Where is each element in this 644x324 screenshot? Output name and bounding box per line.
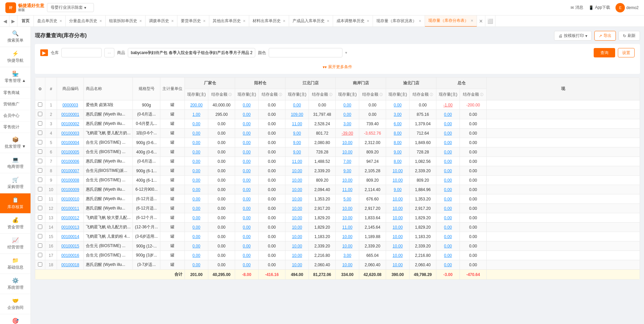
cell-yubei-qty[interactable]: 0.00 — [386, 100, 410, 110]
tab-调拨单历史[interactable]: 调拨单历史 ✕ — [146, 15, 177, 27]
cell-nanan-qty[interactable]: 3.00 — [336, 251, 359, 260]
cell-check[interactable] — [35, 241, 45, 251]
cell-code[interactable]: 00100012 — [57, 213, 84, 223]
cell-jiangbei-qty[interactable]: 109.00 — [285, 110, 309, 119]
cell-jiangbei-qty[interactable]: 10.00 — [285, 213, 309, 223]
cell-code[interactable]: 00100001 — [57, 110, 84, 119]
cell-mucun-qty[interactable]: 0.00 — [235, 251, 259, 260]
cell-yubei-qty[interactable]: 10.00 — [386, 176, 410, 185]
tab-组装拆卸单历史[interactable]: 组装拆卸单历史 ✕ — [106, 15, 146, 27]
cell-check[interactable] — [35, 251, 45, 260]
cell-factory-qty[interactable]: 0.00 — [185, 204, 208, 213]
cell-mucun-qty[interactable]: 0.00 — [235, 100, 259, 110]
cell-code[interactable]: 00100014 — [57, 232, 84, 241]
expand-conditions-btn[interactable]: ▾▾ 展开更多条件 — [323, 64, 352, 70]
tab-nav-prev[interactable]: ◀ — [1, 15, 9, 27]
cell-mucun-qty[interactable]: 0.00 — [235, 110, 259, 119]
cell-total-qty[interactable]: 0.00 — [436, 176, 460, 185]
cell-nanan-qty[interactable]: 10.00 — [336, 213, 359, 223]
cell-mucun-qty[interactable]: 0.00 — [235, 166, 259, 176]
sidebar-item-purchase[interactable]: 🛒 采购管理 — [0, 173, 31, 193]
sidebar-item-system[interactable]: ⚙️ 系统管理 — [0, 274, 31, 294]
cell-nanan-qty[interactable]: 3.00 — [336, 119, 359, 129]
cell-nanan-qty[interactable]: 0.00 — [336, 100, 359, 110]
cell-factory-qty[interactable]: 0.00 — [185, 157, 208, 166]
cell-code[interactable]: 00100010 — [57, 194, 84, 204]
cell-nanan-qty[interactable]: 11.00 — [336, 185, 359, 194]
cell-check[interactable] — [35, 260, 45, 270]
cell-check[interactable] — [35, 166, 45, 176]
cell-factory-qty[interactable]: 0.00 — [185, 138, 208, 147]
tab-要货单历史[interactable]: 要货单历史 ✕ — [177, 15, 209, 27]
cell-total-qty[interactable]: 0.00 — [436, 166, 460, 176]
industry-select[interactable]: 母婴行业演示陈套 ▾ — [47, 3, 94, 12]
cell-jiangbei-qty[interactable]: 10.00 — [285, 223, 309, 232]
cell-yubei-qty[interactable]: 9.00 — [386, 185, 410, 194]
cell-jiangbei-qty[interactable]: 10.00 — [285, 232, 309, 241]
cell-yubei-qty[interactable]: 3.00 — [386, 110, 410, 119]
sidebar-item-wholesale[interactable]: 📦 批发管理 ▼ — [0, 133, 31, 153]
cell-jiangbei-qty[interactable]: 11.00 — [285, 119, 309, 129]
cell-total-qty[interactable]: 0.00 — [436, 110, 460, 119]
cell-total-qty[interactable]: 0.00 — [436, 157, 460, 166]
cell-total-qty[interactable]: 0.00 — [436, 260, 460, 270]
cell-factory-qty[interactable]: 0.00 — [185, 166, 208, 176]
cell-factory-qty[interactable]: 0.00 — [185, 232, 208, 241]
cell-check[interactable] — [35, 129, 45, 138]
cell-nanan-qty[interactable]: 10.00 — [336, 232, 359, 241]
cell-total-qty[interactable]: 0.00 — [436, 204, 460, 213]
cell-factory-qty[interactable]: 0.00 — [185, 260, 208, 270]
cell-check[interactable] — [35, 194, 45, 204]
cell-nanan-qty[interactable]: -39.00 — [336, 129, 359, 138]
tab-产成品入库单历史[interactable]: 产成品入库单历史 ✕ — [289, 15, 333, 27]
cell-jiangbei-qty[interactable]: 10.00 — [285, 204, 309, 213]
cell-check[interactable] — [35, 157, 45, 166]
query-btn[interactable]: 查询 — [594, 48, 615, 57]
print-btn[interactable]: 🖨 按模板打印 ▾ — [554, 31, 592, 41]
cell-yubei-qty[interactable]: 10.00 — [386, 194, 410, 204]
cell-check[interactable] — [35, 213, 45, 223]
cell-check[interactable] — [35, 185, 45, 194]
cell-nanan-qty[interactable]: 11.00 — [336, 223, 359, 232]
cell-factory-qty[interactable]: 0.00 — [185, 129, 208, 138]
cell-code[interactable]: 00100002 — [57, 119, 84, 129]
cell-code[interactable]: 00100004 — [57, 138, 84, 147]
tab-其他出库单历史[interactable]: 其他出库单历史 ✕ — [209, 15, 249, 27]
cell-nanan-qty[interactable]: 10.00 — [336, 241, 359, 251]
cell-yubei-qty[interactable]: 10.00 — [386, 223, 410, 232]
cell-yubei-qty[interactable]: 10.00 — [386, 251, 410, 260]
cell-factory-qty[interactable]: 0.00 — [185, 213, 208, 223]
sidebar-item-inventory[interactable]: 📋 库存核算 — [0, 193, 31, 214]
cell-jiangbei-qty[interactable]: 10.00 — [285, 185, 309, 194]
cell-total-qty[interactable]: 0.00 — [436, 232, 460, 241]
sidebar-item-finance[interactable]: 💰 资金管理 — [0, 214, 31, 234]
tab-盘点单历史[interactable]: 盘点单历史 ✕ — [34, 15, 66, 27]
cell-yubei-qty[interactable]: 10.00 — [386, 204, 410, 213]
cell-jiangbei-qty[interactable]: 9.00 — [285, 147, 309, 157]
cell-yubei-qty[interactable]: 8.00 — [386, 138, 410, 147]
cell-code[interactable]: 0000003 — [57, 100, 84, 110]
cell-total-qty[interactable]: 0.00 — [436, 251, 460, 260]
cell-jiangbei-qty[interactable]: 10.00 — [285, 260, 309, 270]
cell-code[interactable]: 00100011 — [57, 204, 84, 213]
cell-check[interactable] — [35, 176, 45, 185]
cell-factory-qty[interactable]: 0.00 — [185, 251, 208, 260]
cell-nanan-qty[interactable]: 10.00 — [336, 147, 359, 157]
cell-factory-qty[interactable]: 0.00 — [185, 176, 208, 185]
cell-code[interactable]: 00100005 — [57, 147, 84, 157]
cell-total-qty[interactable]: 0.00 — [436, 213, 460, 223]
cell-mucun-qty[interactable]: 0.00 — [235, 157, 259, 166]
message-btn[interactable]: ✉ 消息 — [571, 5, 583, 10]
cell-check[interactable] — [35, 147, 45, 157]
sidebar-item-quicknav[interactable]: ⚡ 快捷导航 — [0, 47, 31, 67]
cell-check[interactable] — [35, 100, 45, 110]
tab-nav-next[interactable]: ▶ — [9, 15, 17, 27]
cell-factory-qty[interactable]: 0.00 — [185, 185, 208, 194]
cell-factory-qty[interactable]: 0.00 — [185, 119, 208, 129]
settings-icon[interactable]: ⚙ — [38, 87, 42, 91]
cell-total-qty[interactable]: 0.00 — [436, 119, 460, 129]
cell-total-qty[interactable]: 0.00 — [436, 194, 460, 204]
tab-nav-close-all[interactable]: ✕ — [477, 15, 485, 27]
cell-jiangbei-qty[interactable]: 10.00 — [285, 194, 309, 204]
sidebar-item-ecommerce[interactable]: 💻 电商管理 — [0, 153, 31, 173]
